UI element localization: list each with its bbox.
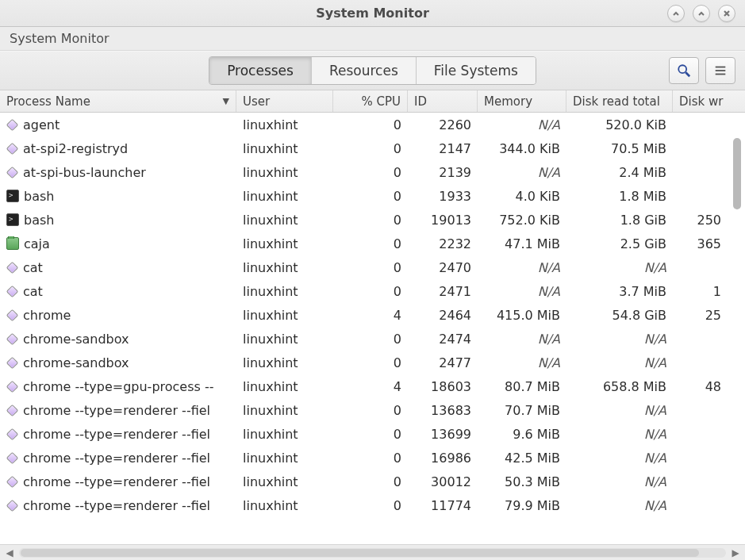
process-name-text: at-spi-bus-launcher xyxy=(23,165,146,180)
cell-id: 16986 xyxy=(408,451,478,466)
process-name-text: chrome --type=renderer --fiel xyxy=(23,498,210,513)
table-row[interactable]: chrome --type=renderer --fiellinuxhint03… xyxy=(0,470,745,493)
cell-id: 2232 xyxy=(408,236,478,251)
diamond-icon xyxy=(6,332,19,345)
tab-processes[interactable]: Processes xyxy=(209,57,312,84)
cell-memory: N/A xyxy=(478,355,566,370)
horizontal-scrollbar-thumb[interactable] xyxy=(21,549,699,557)
process-name-text: cat xyxy=(23,284,43,299)
cell-id: 2464 xyxy=(408,308,478,323)
cell-user: linuxhint xyxy=(236,332,333,347)
table-row[interactable]: chrome --type=renderer --fiellinuxhint01… xyxy=(0,422,745,446)
maximize-button[interactable] xyxy=(693,5,710,22)
window-controls xyxy=(667,5,745,22)
cell-user: linuxhint xyxy=(236,260,333,275)
window-title: System Monitor xyxy=(316,6,429,21)
cell-disk-read-total: N/A xyxy=(566,332,673,347)
cell-user: linuxhint xyxy=(236,498,333,513)
column-header-id[interactable]: ID xyxy=(408,90,478,112)
cell-user: linuxhint xyxy=(236,355,333,370)
process-name-text: bash xyxy=(24,213,54,228)
process-name-text: chrome --type=renderer --fiel xyxy=(23,474,210,489)
column-label: Memory xyxy=(484,94,532,109)
cell-cpu: 0 xyxy=(333,260,408,275)
column-label: % CPU xyxy=(361,94,401,109)
cell-disk-read-total: N/A xyxy=(566,260,673,275)
cell-process-name: bash xyxy=(0,213,236,228)
table-row[interactable]: chrome --type=renderer --fiellinuxhint01… xyxy=(0,493,745,517)
scroll-right-button[interactable]: ▶ xyxy=(729,547,742,559)
cell-process-name: chrome --type=renderer --fiel xyxy=(0,403,236,418)
cell-cpu: 0 xyxy=(333,332,408,347)
cell-memory: 70.7 MiB xyxy=(478,403,566,418)
cell-cpu: 0 xyxy=(333,427,408,442)
column-header-disk-read-total[interactable]: Disk read total xyxy=(566,90,673,112)
table-row[interactable]: at-spi2-registrydlinuxhint02147344.0 KiB… xyxy=(0,136,745,160)
menu-system-monitor[interactable]: System Monitor xyxy=(10,31,109,46)
column-label: Disk wr xyxy=(679,94,723,109)
table-row[interactable]: cajalinuxhint0223247.1 MiB2.5 GiB365 xyxy=(0,232,745,255)
table-row[interactable]: bashlinuxhint019013752.0 KiB1.8 GiB250 xyxy=(0,208,745,232)
cell-user: linuxhint xyxy=(236,403,333,418)
vertical-scrollbar[interactable] xyxy=(732,114,743,543)
close-button[interactable] xyxy=(718,5,735,22)
horizontal-scrollbar[interactable]: ◀ ▶ xyxy=(0,544,745,560)
column-header-user[interactable]: User xyxy=(236,90,333,112)
cell-cpu: 0 xyxy=(333,498,408,513)
table-row[interactable]: chrome --type=gpu-process -- linuxhint41… xyxy=(0,374,745,398)
cell-disk-read-total: N/A xyxy=(566,427,673,442)
cell-cpu: 4 xyxy=(333,379,408,394)
cell-process-name: chrome xyxy=(0,308,236,323)
table-row[interactable]: chrome-sandboxlinuxhint02477N/AN/A xyxy=(0,351,745,374)
horizontal-scrollbar-track[interactable] xyxy=(19,548,726,558)
cell-cpu: 0 xyxy=(333,141,408,156)
minimize-button[interactable] xyxy=(667,5,685,22)
cell-user: linuxhint xyxy=(236,213,333,228)
table-row[interactable]: at-spi-bus-launcherlinuxhint02139N/A2.4 … xyxy=(0,160,745,184)
menu-button[interactable] xyxy=(705,57,735,84)
column-header-cpu[interactable]: % CPU xyxy=(333,90,408,112)
column-label: Disk read total xyxy=(573,94,660,109)
table-row[interactable]: catlinuxhint02470N/AN/A xyxy=(0,255,745,279)
cell-process-name: chrome-sandbox xyxy=(0,332,236,347)
cell-id: 13683 xyxy=(408,403,478,418)
cell-process-name: chrome --type=renderer --fiel xyxy=(0,498,236,513)
cell-memory: 9.6 MiB xyxy=(478,427,566,442)
cell-memory: 47.1 MiB xyxy=(478,236,566,251)
tab-resources[interactable]: Resources xyxy=(312,57,417,84)
search-button[interactable] xyxy=(669,57,699,84)
table-row[interactable]: chrome-sandboxlinuxhint02474N/AN/A xyxy=(0,327,745,351)
column-header-memory[interactable]: Memory xyxy=(478,90,566,112)
scroll-left-button[interactable]: ◀ xyxy=(3,547,16,559)
table-row[interactable]: agentlinuxhint02260N/A520.0 KiB xyxy=(0,113,745,136)
diamond-icon xyxy=(6,309,19,321)
table-row[interactable]: chrome --type=renderer --fiellinuxhint01… xyxy=(0,398,745,422)
diamond-icon xyxy=(6,475,19,488)
cell-memory: 80.7 MiB xyxy=(478,379,566,394)
cell-disk-read-total: 2.5 GiB xyxy=(566,236,673,251)
cell-user: linuxhint xyxy=(236,236,333,251)
diamond-icon xyxy=(6,356,19,369)
table-header-row: Process Name ▼ User % CPU ID Memory Disk… xyxy=(0,90,745,113)
table-row[interactable]: chromelinuxhint42464415.0 MiB54.8 GiB25 xyxy=(0,303,745,327)
diamond-icon xyxy=(6,404,19,416)
table-row[interactable]: bashlinuxhint019334.0 KiB1.8 MiB xyxy=(0,184,745,208)
vertical-scrollbar-thumb[interactable] xyxy=(733,138,741,209)
terminal-icon xyxy=(6,190,19,202)
table-row[interactable]: chrome --type=renderer --fiellinuxhint01… xyxy=(0,446,745,470)
cell-user: linuxhint xyxy=(236,117,333,132)
cell-id: 1933 xyxy=(408,189,478,204)
table-row[interactable]: catlinuxhint02471N/A3.7 MiB1 xyxy=(0,279,745,303)
cell-cpu: 4 xyxy=(333,308,408,323)
column-header-disk-write-total[interactable]: Disk wr xyxy=(673,90,745,112)
diamond-icon xyxy=(6,380,19,393)
cell-user: linuxhint xyxy=(236,427,333,442)
cell-user: linuxhint xyxy=(236,308,333,323)
cell-disk-read-total: 658.8 MiB xyxy=(566,379,673,394)
cell-process-name: cat xyxy=(0,284,236,299)
title-bar: System Monitor xyxy=(0,0,745,27)
cell-disk-read-total: N/A xyxy=(566,451,673,466)
process-name-text: chrome --type=renderer --fiel xyxy=(23,427,210,442)
column-header-process-name[interactable]: Process Name ▼ xyxy=(0,90,236,112)
tab-file-systems[interactable]: File Systems xyxy=(417,57,536,84)
